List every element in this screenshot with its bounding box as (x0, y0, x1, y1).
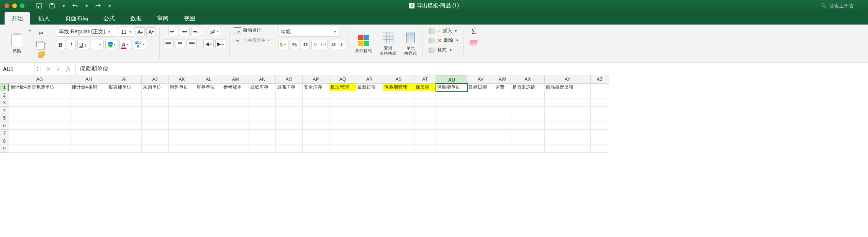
cell-AI1[interactable]: 报表辅单位 (107, 84, 142, 91)
cell-AX9[interactable] (511, 145, 545, 153)
cell-AH6[interactable] (70, 122, 107, 130)
row-header-2[interactable]: 2 (0, 91, 9, 99)
cell-AO2[interactable] (276, 91, 303, 99)
cell-AR7[interactable] (356, 130, 383, 137)
cell-AH5[interactable] (70, 114, 107, 122)
cell-AV3[interactable] (467, 99, 494, 107)
ribbon-tab-插入[interactable]: 插入 (31, 12, 57, 25)
font-color-button[interactable]: A▼ (120, 40, 131, 49)
paste-dropdown-icon[interactable]: ▼ (28, 29, 31, 33)
cell-AG8[interactable] (9, 137, 70, 145)
merge-center-button[interactable]: ⇆ 合并后居中 ▼ (234, 37, 270, 44)
cell-AV4[interactable] (467, 107, 494, 114)
cell-AH7[interactable] (70, 130, 107, 137)
cell-AN5[interactable] (249, 114, 276, 122)
zoom-window-button[interactable] (20, 3, 25, 8)
cell-AT4[interactable] (414, 107, 436, 114)
row-header-3[interactable]: 3 (0, 99, 9, 107)
cell-AS8[interactable] (383, 137, 414, 145)
row-header-6[interactable]: 6 (0, 122, 9, 130)
align-left-button[interactable] (164, 39, 174, 48)
cell-AN6[interactable] (249, 122, 276, 130)
cell-AH4[interactable] (70, 107, 107, 114)
cell-AK2[interactable] (169, 91, 195, 99)
cell-AM9[interactable] (222, 145, 249, 153)
cell-AO3[interactable] (276, 99, 303, 107)
cell-AH2[interactable] (70, 91, 107, 99)
cell-AM6[interactable] (222, 122, 249, 130)
cell-AM1[interactable]: 参考成本 (222, 84, 249, 91)
save-dropdown-icon[interactable]: ▾ (62, 3, 65, 9)
clear-button[interactable] (468, 38, 479, 48)
cell-AO1[interactable]: 最高库存 (276, 84, 303, 91)
cell-AT7[interactable] (414, 130, 436, 137)
column-header-AN[interactable]: AN (249, 75, 276, 84)
cell-AJ2[interactable] (142, 91, 169, 99)
cell-AT2[interactable] (414, 91, 436, 99)
cell-AP1[interactable]: 安全库存 (303, 84, 329, 91)
percent-format-button[interactable] (290, 40, 299, 49)
cell-AV6[interactable] (467, 122, 494, 130)
cell-AU8[interactable] (436, 137, 467, 145)
cell-AU2[interactable] (436, 91, 467, 99)
cell-AT3[interactable] (414, 99, 436, 107)
cell-AL3[interactable] (195, 99, 222, 107)
cell-AL9[interactable] (195, 145, 222, 153)
search-sheet-input[interactable] (829, 3, 863, 9)
cancel-formula-button[interactable]: ✕ (46, 66, 51, 72)
column-header-AT[interactable]: AT (414, 75, 436, 84)
cell-AX8[interactable] (511, 137, 545, 145)
cell-AX1[interactable]: 是否走冻链 (511, 84, 545, 91)
cell-AQ8[interactable] (329, 137, 356, 145)
cell-AQ7[interactable] (329, 130, 356, 137)
cell-AS6[interactable] (383, 122, 414, 130)
ribbon-tab-页面布局[interactable]: 页面布局 (58, 12, 95, 25)
cell-AT8[interactable] (414, 137, 436, 145)
cell-AP2[interactable] (303, 91, 329, 99)
cell-AP3[interactable] (303, 99, 329, 107)
row-header-8[interactable]: 8 (0, 137, 9, 145)
cell-AW9[interactable] (494, 145, 511, 153)
qat-customize-icon[interactable]: ▾ (108, 3, 111, 9)
cell-AJ8[interactable] (142, 137, 169, 145)
column-header-AI[interactable]: AI (107, 75, 142, 84)
format-cells-button[interactable]: 格式▼ (427, 46, 454, 54)
cell-AR6[interactable] (356, 122, 383, 130)
cell-AV7[interactable] (467, 130, 494, 137)
column-header-AZ[interactable]: AZ (591, 75, 609, 84)
cell-AP8[interactable] (303, 137, 329, 145)
paste-button[interactable]: 粘贴 (8, 34, 25, 54)
cell-AP5[interactable] (303, 114, 329, 122)
cell-AW3[interactable] (494, 99, 511, 107)
column-header-AV[interactable]: AV (467, 75, 494, 84)
cell-AK7[interactable] (169, 130, 195, 137)
format-painter-button[interactable] (36, 50, 47, 59)
column-header-AS[interactable]: AS (383, 75, 414, 84)
cell-AH9[interactable] (70, 145, 107, 153)
cell-AH3[interactable] (70, 99, 107, 107)
cell-AR4[interactable] (356, 107, 383, 114)
orientation-button[interactable]: ab▼ (208, 27, 221, 36)
cell-AL7[interactable] (195, 130, 222, 137)
cell-AR5[interactable] (356, 114, 383, 122)
autosum-button[interactable]: Σ (469, 27, 478, 36)
cell-AY3[interactable] (545, 99, 591, 107)
fill-color-button[interactable]: 🪣▼ (105, 40, 118, 49)
ribbon-tab-数据[interactable]: 数据 (123, 12, 149, 25)
search-sheet-box[interactable] (822, 3, 863, 9)
row-header-5[interactable]: 5 (0, 114, 9, 122)
cell-AS2[interactable] (383, 91, 414, 99)
wrap-text-button[interactable]: 自动换行 (234, 27, 261, 33)
cell-AJ3[interactable] (142, 99, 169, 107)
cell-AZ5[interactable] (591, 114, 609, 122)
cell-AK5[interactable] (169, 114, 195, 122)
column-header-AL[interactable]: AL (195, 75, 222, 84)
cell-AL4[interactable] (195, 107, 222, 114)
name-box-dropdown[interactable]: ▲▼ (34, 63, 41, 75)
cell-AH8[interactable] (70, 137, 107, 145)
cell-AS9[interactable] (383, 145, 414, 153)
cell-AN7[interactable] (249, 130, 276, 137)
cell-AJ9[interactable] (142, 145, 169, 153)
cell-AL5[interactable] (195, 114, 222, 122)
cell-AP7[interactable] (303, 130, 329, 137)
